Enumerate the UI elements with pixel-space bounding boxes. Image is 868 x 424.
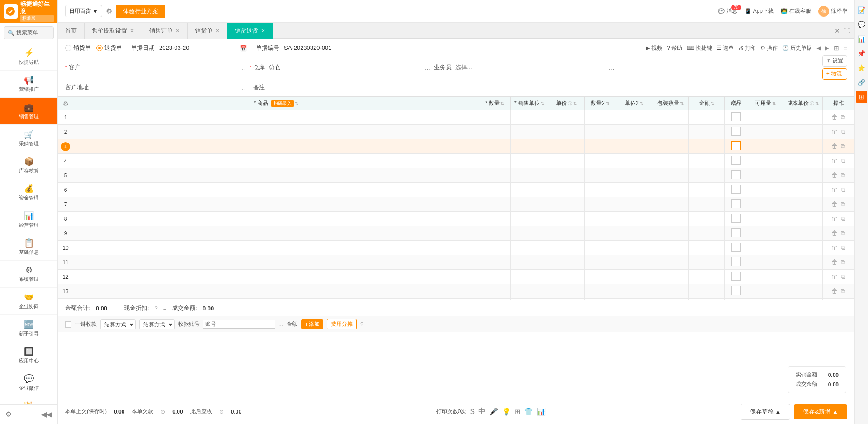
amount-cell[interactable]: [689, 197, 725, 212]
account-input[interactable]: [203, 320, 275, 329]
price-cell[interactable]: [548, 197, 585, 212]
tab-sales[interactable]: 销货单 ✕: [188, 23, 227, 39]
unit-cell[interactable]: [510, 241, 548, 255]
sidebar-item-purchase[interactable]: 🛒 采购管理: [0, 125, 57, 152]
delete-row-icon[interactable]: 🗑: [830, 287, 839, 295]
copy-row-icon[interactable]: ⧉: [840, 172, 846, 179]
sort-icon[interactable]: ⇅: [640, 101, 643, 106]
remark-input[interactable]: [267, 82, 524, 92]
topbar-settings-icon[interactable]: ⚙: [106, 7, 112, 15]
pack-cell[interactable]: [652, 197, 689, 212]
tool-icon-7[interactable]: 📊: [537, 407, 546, 416]
amount-cell[interactable]: [689, 255, 725, 270]
sidebar-item-operation[interactable]: 📊 经营管理: [0, 206, 57, 233]
gift-checkbox[interactable]: [731, 127, 741, 136]
docnum-input[interactable]: [282, 43, 362, 52]
amount-cell[interactable]: [689, 110, 725, 125]
gift-checkbox[interactable]: [731, 170, 741, 179]
unit2-cell[interactable]: [616, 284, 652, 299]
amount-cell[interactable]: [689, 139, 725, 154]
gift-checkbox[interactable]: [731, 243, 741, 252]
gift-cell[interactable]: [725, 183, 747, 197]
copy-row-icon[interactable]: ⧉: [840, 114, 846, 121]
qty2-cell[interactable]: [585, 212, 616, 226]
price-cell[interactable]: [548, 270, 585, 284]
cost-cell[interactable]: [783, 241, 823, 255]
price-cell[interactable]: [548, 241, 585, 255]
qty2-cell[interactable]: [585, 197, 616, 212]
delete-row-icon[interactable]: 🗑: [830, 172, 839, 179]
qty-cell[interactable]: [479, 270, 510, 284]
delete-row-icon[interactable]: 🗑: [830, 143, 839, 150]
radio-return[interactable]: 退货单: [96, 44, 122, 52]
unit2-cell[interactable]: [616, 168, 652, 183]
delete-row-icon[interactable]: 🗑: [830, 186, 839, 193]
tab-price-extract[interactable]: 售价提取设置 ✕: [85, 23, 142, 39]
pack-cell[interactable]: [652, 255, 689, 270]
staff-input[interactable]: [453, 62, 607, 72]
avail-cell[interactable]: [747, 125, 783, 139]
sidebar-item-sales[interactable]: 💼 销售管理: [0, 98, 57, 125]
price-cell[interactable]: [548, 255, 585, 270]
video-action[interactable]: ▶ 视频: [646, 44, 662, 52]
right-panel-icon-4[interactable]: 📌: [858, 47, 865, 60]
pack-cell[interactable]: [652, 183, 689, 197]
delete-row-icon[interactable]: 🗑: [830, 258, 839, 266]
address-more-icon[interactable]: ...: [240, 83, 246, 91]
sort-icon[interactable]: ⇅: [711, 101, 714, 106]
tool-icon-3[interactable]: 🎤: [489, 407, 498, 416]
right-panel-icon-7[interactable]: ⊞: [856, 91, 867, 103]
qty2-cell[interactable]: [585, 255, 616, 270]
save-draft-button[interactable]: 保存草稿 ▲: [741, 404, 791, 420]
right-panel-icon-3[interactable]: 📊: [858, 33, 865, 45]
staff-more-icon[interactable]: ...: [609, 63, 615, 71]
qty-cell[interactable]: [479, 226, 510, 241]
avail-cell[interactable]: [747, 197, 783, 212]
delete-row-icon[interactable]: 🗑: [830, 229, 839, 237]
qty2-cell[interactable]: [585, 226, 616, 241]
qty-cell[interactable]: [479, 139, 510, 154]
trial-btn[interactable]: 体验行业方案: [116, 5, 165, 18]
collapse-sidebar-icon[interactable]: ◀◀: [39, 408, 54, 420]
history-action[interactable]: 🕐 历史单据: [782, 44, 812, 52]
unit-cell[interactable]: [510, 168, 548, 183]
product-cell[interactable]: [73, 226, 479, 241]
unit2-cell[interactable]: [616, 139, 652, 154]
qty-cell[interactable]: [479, 241, 510, 255]
product-cell[interactable]: [73, 168, 479, 183]
right-panel-icon-2[interactable]: 💬: [858, 18, 865, 31]
info-icon[interactable]: ⓘ: [810, 100, 814, 107]
search-menu-button[interactable]: 🔍 搜索菜单: [4, 26, 54, 39]
sort-icon[interactable]: ⇅: [573, 101, 577, 106]
unit-cell[interactable]: [510, 212, 548, 226]
gift-checkbox[interactable]: [731, 214, 741, 223]
gift-checkbox[interactable]: [731, 257, 741, 266]
close-tab-icon[interactable]: ✕: [834, 26, 841, 35]
qty2-cell[interactable]: [585, 284, 616, 299]
gift-checkbox[interactable]: [731, 286, 741, 295]
delete-row-icon[interactable]: 🗑: [830, 215, 839, 222]
settings-button[interactable]: ⊙ 设置: [822, 55, 847, 67]
gift-cell[interactable]: [725, 197, 747, 212]
cost-cell[interactable]: [783, 168, 823, 183]
copy-row-icon[interactable]: ⧉: [840, 186, 846, 193]
sidebar-item-appcenter[interactable]: 🔲 应用中心: [0, 342, 57, 369]
sidebar-item-newguide[interactable]: 🆕 新手引导: [0, 315, 57, 342]
delete-row-icon[interactable]: 🗑: [830, 128, 839, 135]
product-cell[interactable]: [73, 255, 479, 270]
unit-cell[interactable]: [510, 226, 548, 241]
qty2-cell[interactable]: [585, 139, 616, 154]
message-button[interactable]: 💬 消息 70: [718, 7, 737, 15]
pack-cell[interactable]: [652, 110, 689, 125]
unit-cell[interactable]: [510, 154, 548, 168]
cost-cell[interactable]: [783, 284, 823, 299]
gift-checkbox[interactable]: [731, 228, 741, 237]
delete-row-icon[interactable]: 🗑: [830, 157, 839, 164]
qty2-cell[interactable]: [585, 241, 616, 255]
unit2-cell[interactable]: [616, 197, 652, 212]
nav-next-icon[interactable]: ▶: [825, 45, 829, 51]
qty-cell[interactable]: [479, 110, 510, 125]
gift-cell[interactable]: [725, 255, 747, 270]
qty2-cell[interactable]: [585, 125, 616, 139]
question-small-icon[interactable]: ?: [155, 305, 158, 312]
